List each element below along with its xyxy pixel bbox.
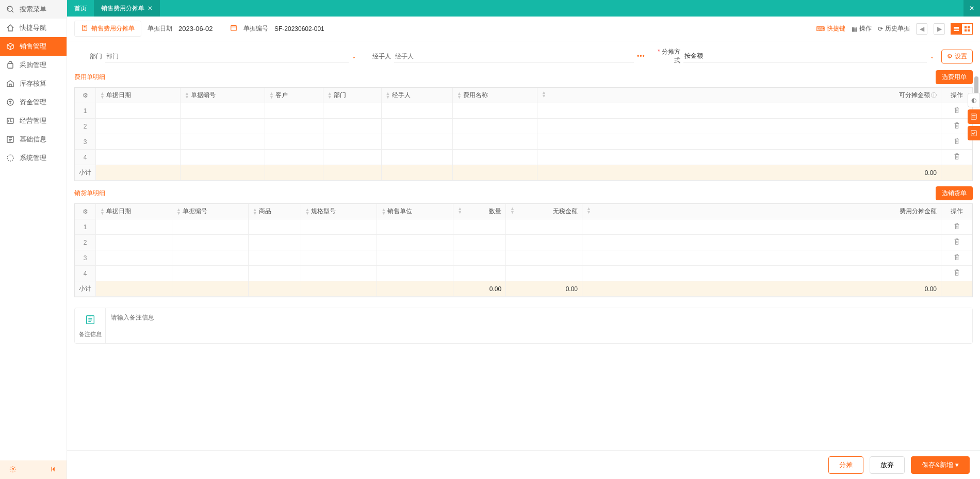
table-cell[interactable] bbox=[377, 219, 453, 235]
col-product[interactable]: ▲▼商品 bbox=[249, 204, 301, 219]
table-cell[interactable] bbox=[453, 134, 537, 150]
shortcut-link[interactable]: ⌨快捷键 bbox=[816, 24, 845, 33]
table-cell[interactable] bbox=[382, 103, 453, 119]
operate-link[interactable]: ▦操作 bbox=[852, 24, 872, 33]
table-cell[interactable] bbox=[382, 134, 453, 150]
allocation-input[interactable] bbox=[683, 51, 927, 62]
sidebar-item-search[interactable]: 搜索菜单 bbox=[0, 0, 67, 19]
table-row[interactable]: 4 bbox=[75, 150, 972, 165]
table-row[interactable]: 1 bbox=[75, 219, 972, 235]
table-cell[interactable] bbox=[181, 103, 265, 119]
table-cell[interactable] bbox=[506, 266, 582, 281]
rail-btn-2[interactable] bbox=[968, 109, 980, 124]
table-cell[interactable] bbox=[382, 150, 453, 165]
table-cell[interactable] bbox=[249, 219, 301, 235]
table-cell[interactable] bbox=[249, 250, 301, 266]
table-cell[interactable] bbox=[172, 266, 249, 281]
table-cell[interactable] bbox=[301, 266, 378, 281]
prev-doc-button[interactable]: ◀ bbox=[916, 23, 927, 35]
table-cell[interactable] bbox=[323, 150, 382, 165]
table-cell[interactable] bbox=[582, 235, 941, 250]
col-qty[interactable]: ▲▼数量 bbox=[453, 204, 506, 219]
sidebar-item-purchase[interactable]: 采购管理 bbox=[0, 56, 67, 74]
table-cell[interactable] bbox=[96, 219, 172, 235]
table-cell[interactable] bbox=[506, 250, 582, 266]
table-cell[interactable] bbox=[301, 250, 378, 266]
tab-sales-expense-allocation[interactable]: 销售费用分摊单 ✕ bbox=[94, 0, 160, 17]
table-cell[interactable] bbox=[453, 250, 506, 266]
col-dept[interactable]: ▲▼部门 bbox=[323, 88, 382, 103]
col-allocatable[interactable]: ▲▼可分摊金额ⓘ bbox=[537, 88, 941, 103]
table-cell[interactable] bbox=[537, 103, 941, 119]
table-cell[interactable] bbox=[96, 150, 181, 165]
select-sales-button[interactable]: 选销货单 bbox=[936, 186, 973, 200]
table-cell[interactable] bbox=[181, 150, 265, 165]
table-row[interactable]: 2 bbox=[75, 119, 972, 134]
table-cell[interactable] bbox=[96, 266, 172, 281]
remarks-tab[interactable]: 备注信息 bbox=[75, 308, 106, 343]
table-cell[interactable] bbox=[249, 266, 301, 281]
chevron-down-icon[interactable]: ⌄ bbox=[927, 54, 937, 59]
sidebar-item-report[interactable]: 经营管理 bbox=[0, 111, 67, 130]
table-cell[interactable] bbox=[453, 150, 537, 165]
table-cell[interactable] bbox=[582, 250, 941, 266]
discard-button[interactable]: 放弃 bbox=[870, 456, 905, 474]
sidebar-item-sales[interactable]: 销售管理 bbox=[0, 37, 67, 56]
handler-input[interactable] bbox=[394, 51, 634, 62]
table-cell[interactable] bbox=[265, 119, 323, 134]
table-row[interactable]: 1 bbox=[75, 103, 972, 119]
close-icon[interactable]: ✕ bbox=[148, 5, 153, 12]
close-all-tabs[interactable]: ✕ bbox=[963, 0, 980, 17]
table-cell[interactable] bbox=[506, 235, 582, 250]
sidebar-item-basic[interactable]: 基础信息 bbox=[0, 130, 67, 149]
delete-row[interactable] bbox=[941, 266, 972, 281]
sidebar-item-inventory[interactable]: 库存核算 bbox=[0, 74, 67, 93]
delete-row[interactable] bbox=[941, 235, 972, 250]
table-cell[interactable] bbox=[453, 119, 537, 134]
rail-btn-3[interactable] bbox=[968, 126, 980, 140]
select-expense-button[interactable]: 选费用单 bbox=[936, 70, 973, 84]
col-expense-name[interactable]: ▲▼费用名称 bbox=[453, 88, 537, 103]
table-cell[interactable] bbox=[172, 219, 249, 235]
table-cell[interactable] bbox=[96, 235, 172, 250]
table-cell[interactable] bbox=[249, 235, 301, 250]
delete-row[interactable] bbox=[941, 250, 972, 266]
col-date[interactable]: ▲▼单据日期 bbox=[96, 88, 181, 103]
table-cell[interactable] bbox=[323, 119, 382, 134]
table-row[interactable]: 4 bbox=[75, 266, 972, 281]
table-cell[interactable] bbox=[537, 134, 941, 150]
help-icon[interactable]: ⓘ bbox=[931, 92, 937, 98]
view-grid-button[interactable] bbox=[961, 23, 973, 35]
settings-button[interactable]: ⚙ 设置 bbox=[941, 50, 973, 63]
col-number[interactable]: ▲▼单据编号 bbox=[172, 204, 249, 219]
table-cell[interactable] bbox=[181, 134, 265, 150]
table-cell[interactable] bbox=[265, 134, 323, 150]
next-doc-button[interactable]: ▶ bbox=[934, 23, 945, 35]
table-cell[interactable] bbox=[537, 119, 941, 134]
table-cell[interactable] bbox=[181, 119, 265, 134]
table-cell[interactable] bbox=[453, 266, 506, 281]
document-date-input[interactable] bbox=[178, 25, 224, 33]
table-cell[interactable] bbox=[265, 150, 323, 165]
table-cell[interactable] bbox=[377, 250, 453, 266]
view-list-button[interactable] bbox=[951, 23, 962, 35]
ellipsis-icon[interactable]: ••• bbox=[634, 53, 648, 60]
table-cell[interactable] bbox=[96, 250, 172, 266]
col-number[interactable]: ▲▼单据编号 bbox=[181, 88, 265, 103]
sidebar-item-system[interactable]: 系统管理 bbox=[0, 149, 67, 167]
table-row[interactable]: 3 bbox=[75, 250, 972, 266]
save-and-new-button[interactable]: 保存&新增 ▾ bbox=[911, 456, 970, 474]
dept-input[interactable] bbox=[105, 51, 349, 62]
table-cell[interactable] bbox=[301, 219, 378, 235]
col-customer[interactable]: ▲▼客户 bbox=[265, 88, 323, 103]
table-cell[interactable] bbox=[172, 250, 249, 266]
table-cell[interactable] bbox=[377, 266, 453, 281]
calendar-icon[interactable] bbox=[230, 24, 237, 33]
gear-col-header[interactable]: ⚙ bbox=[75, 88, 96, 103]
col-spec[interactable]: ▲▼规格型号 bbox=[301, 204, 378, 219]
table-cell[interactable] bbox=[506, 219, 582, 235]
remarks-input[interactable] bbox=[106, 308, 972, 343]
table-cell[interactable] bbox=[265, 103, 323, 119]
table-row[interactable]: 3 bbox=[75, 134, 972, 150]
table-cell[interactable] bbox=[453, 219, 506, 235]
